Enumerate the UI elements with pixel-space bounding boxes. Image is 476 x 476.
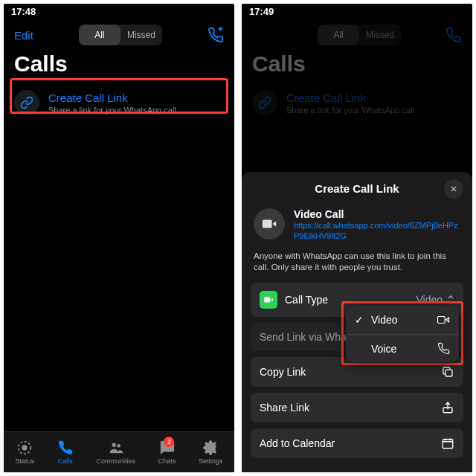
add-calendar-row[interactable]: Add to Calendar [251,428,463,458]
link-icon [252,90,277,115]
menu-item-video[interactable]: ✓Video [346,306,459,334]
tab-status[interactable]: Status [15,440,34,465]
tab-communities[interactable]: Communities [96,440,135,465]
top-bar: All Missed [242,19,472,48]
call-link-url[interactable]: https://call.whatsapp.com/video/6ZMPj0eH… [294,220,460,242]
svg-point-3 [117,444,120,448]
right-screen: 17:49 All Missed Calls Create Call Link … [242,4,472,472]
new-call-icon[interactable] [208,27,224,43]
check-icon: ✓ [355,314,365,326]
segmented-control: All Missed [318,25,401,45]
sheet-title: Create Call Link [315,182,399,195]
tab-settings[interactable]: Settings [199,440,223,465]
page-title: Calls [242,48,472,84]
share-icon [441,401,454,414]
svg-point-1 [22,446,27,450]
svg-rect-10 [438,317,446,324]
video-badge-icon [260,291,277,309]
status-time: 17:49 [249,6,274,17]
menu-item-voice[interactable]: Voice [346,334,459,362]
call-type-menu: ✓Video Voice [346,306,459,362]
seg-all: All [318,25,359,45]
copy-icon [441,365,454,379]
share-link-row[interactable]: Share Link [251,393,463,422]
svg-rect-9 [443,439,453,448]
svg-rect-5 [263,220,272,228]
svg-rect-7 [446,370,452,376]
status-time: 17:48 [11,6,36,17]
call-type-label: Call Type [285,294,328,306]
seg-all[interactable]: All [79,25,120,45]
tab-calls[interactable]: Calls [57,440,74,465]
tab-bar: Status Calls Communities Chats 2 Setting… [4,431,234,472]
svg-rect-6 [264,297,270,302]
video-outline-icon [437,313,450,327]
left-screen: 17:48 Edit All Missed Calls Create Call … [4,4,234,472]
call-link-heading: Video Call [294,208,460,220]
edit-button[interactable]: Edit [14,29,33,42]
highlight-box [10,78,228,114]
top-bar: Edit All Missed [4,19,234,48]
video-icon [254,208,285,239]
calendar-icon [441,437,454,450]
svg-point-2 [112,443,116,448]
seg-missed[interactable]: Missed [120,25,162,45]
segmented-control[interactable]: All Missed [79,25,162,45]
status-bar: 17:49 [242,4,472,19]
status-bar: 17:48 [4,4,234,19]
close-button[interactable] [444,179,463,199]
seg-missed: Missed [359,25,401,45]
call-link-description: Anyone with WhatsApp can use this link t… [251,249,463,283]
tab-chats[interactable]: Chats 2 [158,440,176,465]
phone-icon [437,342,450,355]
new-call-icon [446,27,462,43]
create-call-link-row: Create Call Link Share a link for your W… [242,84,472,121]
